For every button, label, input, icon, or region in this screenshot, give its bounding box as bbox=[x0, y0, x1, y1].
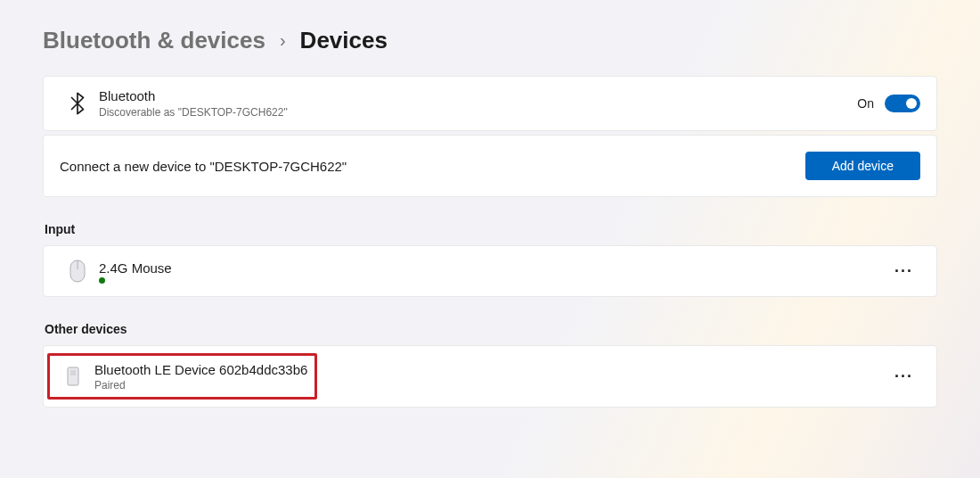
device-name: 2.4G Mouse bbox=[99, 260, 887, 277]
svg-rect-3 bbox=[70, 370, 76, 375]
section-header-other: Other devices bbox=[43, 322, 937, 336]
bluetooth-subtitle: Discoverable as "DESKTOP-7GCH622" bbox=[99, 105, 857, 120]
breadcrumb-current: Devices bbox=[300, 27, 388, 54]
device-row-mouse[interactable]: 2.4G Mouse ··· bbox=[43, 245, 937, 297]
bluetooth-card: Bluetooth Discoverable as "DESKTOP-7GCH6… bbox=[43, 76, 937, 131]
mouse-icon bbox=[60, 259, 95, 284]
more-options-button[interactable]: ··· bbox=[887, 260, 920, 283]
add-device-button[interactable]: Add device bbox=[805, 152, 920, 180]
connect-device-text: Connect a new device to "DESKTOP-7GCH622… bbox=[60, 159, 347, 174]
section-header-input: Input bbox=[43, 222, 937, 236]
bluetooth-toggle-label: On bbox=[857, 96, 874, 111]
bluetooth-icon bbox=[60, 92, 95, 115]
breadcrumb-parent[interactable]: Bluetooth & devices bbox=[43, 27, 265, 54]
chevron-right-icon: › bbox=[280, 30, 286, 51]
highlight-annotation: Bluetooth LE Device 602b4ddc33b6 Paired bbox=[47, 353, 317, 400]
device-name: Bluetooth LE Device 602b4ddc33b6 bbox=[94, 361, 307, 379]
device-generic-icon bbox=[55, 366, 91, 387]
breadcrumb: Bluetooth & devices › Devices bbox=[43, 27, 937, 54]
more-options-button[interactable]: ··· bbox=[887, 365, 920, 388]
device-row-ble[interactable]: Bluetooth LE Device 602b4ddc33b6 Paired … bbox=[43, 345, 937, 408]
bluetooth-title: Bluetooth bbox=[99, 87, 857, 105]
bluetooth-toggle[interactable] bbox=[885, 95, 920, 112]
device-status bbox=[99, 277, 887, 284]
device-status-text: Paired bbox=[94, 379, 307, 391]
connect-device-card: Connect a new device to "DESKTOP-7GCH622… bbox=[43, 135, 937, 197]
status-dot-icon bbox=[99, 277, 105, 284]
